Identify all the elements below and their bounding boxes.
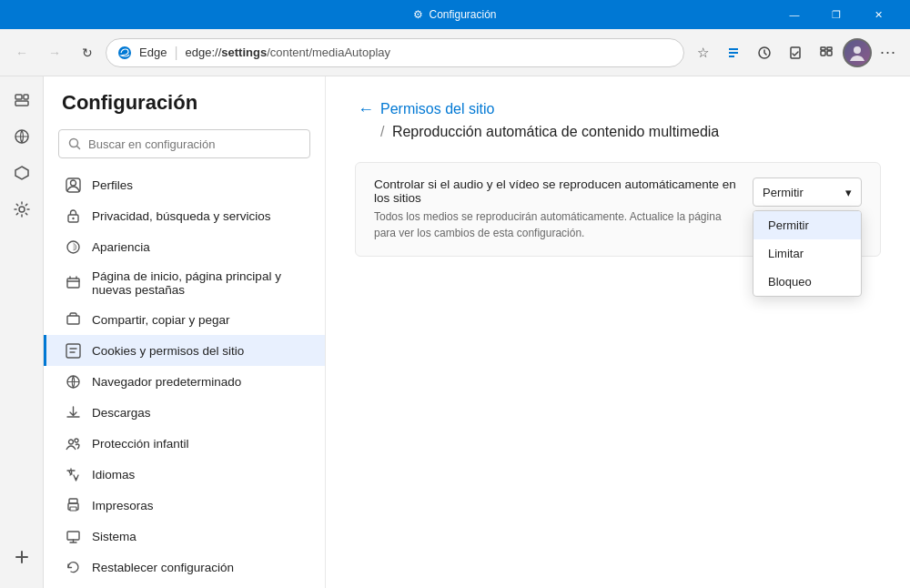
edge-logo-icon [117, 46, 132, 60]
titlebar-settings-icon: ⚙ [413, 8, 423, 21]
nav-label-idiomas: Idiomas [92, 468, 135, 482]
extensions-icon-button[interactable] [812, 38, 841, 67]
sidebar-item-proteccion[interactable]: Protección infantil [44, 428, 325, 459]
more-options-button[interactable]: ··· [874, 38, 903, 67]
sidebar-item-cookies[interactable]: Cookies y permisos del sitio [44, 335, 325, 366]
nav-icon-idiomas [65, 466, 81, 482]
nav-label-proteccion: Protección infantil [92, 437, 189, 451]
breadcrumb-back-button[interactable]: ← [355, 98, 377, 120]
sidebar-item-idiomas[interactable]: Idiomas [44, 459, 325, 490]
sidebar-item-navegador[interactable]: Navegador predeterminado [44, 366, 325, 397]
fav-icon-button[interactable] [781, 38, 810, 67]
dropdown-option-permitir[interactable]: Permitir [753, 211, 861, 239]
sidebar-icon-settings[interactable] [5, 193, 38, 226]
svg-rect-10 [24, 95, 28, 99]
nav-label-impresoras: Impresoras [92, 499, 154, 512]
svg-rect-4 [827, 51, 832, 56]
toolbar-icons: ☆ ··· [688, 38, 903, 67]
svg-rect-20 [67, 316, 79, 324]
nav-icon-inicio [65, 275, 81, 291]
address-url-bold: edge://settings/content/mediaAutoplay [186, 46, 390, 59]
nav-icon-sistema [65, 528, 81, 544]
nav-label-inicio: Página de inicio, página principal y nue… [92, 269, 307, 297]
nav-label-descargas: Descargas [92, 406, 151, 420]
sidebar-icon-tabs[interactable] [5, 84, 38, 117]
autoplay-dropdown-menu: PermitirLimitarBloqueo [753, 210, 862, 297]
titlebar-title-text: Configuración [429, 8, 496, 21]
address-edge-label: Edge [139, 46, 167, 59]
sidebar-item-telefono[interactable]: Teléfono y otros dispositivos [44, 583, 325, 588]
breadcrumb-link[interactable]: Permisos del sitio [380, 101, 494, 117]
content-area: ← Permisos del sitio / Reproducción auto… [326, 76, 910, 588]
addressbar: ← → ↻ Edge | edge://settings/content/med… [0, 29, 910, 76]
page-subtitle: / Reproducción automática de contenido m… [355, 124, 881, 140]
sidebar-icon-add[interactable] [5, 541, 38, 573]
nav-icon-perfiles [65, 177, 81, 193]
sidebar-icon-workspaces[interactable] [5, 157, 38, 189]
setting-card: Controlar si el audio y el vídeo se repr… [355, 162, 881, 257]
svg-point-23 [68, 440, 73, 444]
address-url-rest: /content/mediaAutoplay [267, 46, 390, 59]
star-icon-button[interactable]: ☆ [688, 38, 717, 67]
collection-icon-button[interactable] [719, 38, 748, 67]
sidebar-item-compartir[interactable]: Compartir, copiar y pegar [44, 304, 325, 335]
svg-point-12 [19, 207, 25, 212]
profile-avatar-button[interactable] [843, 38, 872, 67]
address-bar[interactable]: Edge | edge://settings/content/mediaAuto… [106, 38, 684, 67]
dropdown-option-limitar[interactable]: Limitar [753, 239, 861, 268]
settings-search-box[interactable] [58, 129, 310, 158]
nav-label-sistema: Sistema [92, 530, 136, 543]
sidebar-item-apariencia[interactable]: Apariencia [44, 231, 325, 262]
svg-rect-6 [827, 47, 832, 50]
sidebar-icon-strip [0, 76, 44, 588]
address-divider: | [174, 45, 177, 61]
sidebar-item-perfiles[interactable]: Perfiles [44, 169, 325, 200]
nav-icon-proteccion [65, 435, 81, 451]
sidebar-item-restablecer[interactable]: Restablecer configuración [44, 552, 325, 583]
back-button[interactable]: ← [7, 38, 36, 67]
autoplay-dropdown-button[interactable]: Permitir ▾ [753, 177, 862, 207]
sidebar-item-descargas[interactable]: Descargas [44, 397, 325, 428]
forward-button[interactable]: → [40, 38, 69, 67]
sidebar-item-inicio[interactable]: Página de inicio, página principal y nue… [44, 262, 325, 304]
nav-icon-apariencia [65, 238, 81, 255]
svg-rect-3 [821, 51, 825, 56]
close-button[interactable]: ✕ [857, 0, 899, 29]
svg-point-7 [854, 46, 861, 54]
sidebar-item-sistema[interactable]: Sistema [44, 521, 325, 552]
nav-icon-impresoras [65, 497, 81, 513]
svg-rect-8 [15, 95, 22, 99]
settings-page-title: Configuración [44, 91, 325, 129]
search-input[interactable] [88, 137, 300, 151]
nav-label-compartir: Compartir, copiar y pegar [92, 313, 230, 327]
nav-icon-cookies [65, 342, 81, 359]
refresh-button[interactable]: ↻ [73, 38, 102, 67]
nav-icon-privacidad [65, 208, 81, 224]
page-subtitle-text: Reproducción automática de contenido mul… [392, 124, 719, 139]
sidebar-icon-translate[interactable] [5, 120, 38, 153]
history-icon-button[interactable] [750, 38, 779, 67]
maximize-button[interactable]: ❐ [815, 0, 857, 29]
dropdown-option-bloqueo[interactable]: Bloqueo [753, 268, 861, 296]
search-icon [68, 137, 81, 150]
sidebar-item-privacidad[interactable]: Privacidad, búsqueda y servicios [44, 200, 325, 231]
titlebar-controls: — ❐ ✕ [774, 0, 899, 29]
svg-point-14 [70, 180, 76, 186]
nav-items-list: PerfilesPrivacidad, búsqueda y servicios… [44, 169, 325, 588]
setting-row: Controlar si el audio y el vídeo se repr… [374, 177, 862, 241]
settings-nav: Configuración PerfilesPrivacidad, búsque… [44, 76, 326, 588]
setting-label: Controlar si el audio y el vídeo se repr… [374, 177, 738, 205]
nav-icon-compartir [65, 311, 81, 328]
svg-rect-27 [70, 507, 76, 511]
sidebar-item-impresoras[interactable]: Impresoras [44, 490, 325, 521]
svg-rect-21 [66, 344, 80, 358]
nav-label-apariencia: Apariencia [92, 240, 150, 254]
svg-point-0 [118, 46, 131, 59]
autoplay-dropdown-wrap: Permitir ▾ PermitirLimitarBloqueo [753, 177, 862, 207]
nav-icon-descargas [65, 404, 81, 421]
minimize-button[interactable]: — [774, 0, 815, 29]
main-layout: Configuración PerfilesPrivacidad, búsque… [0, 76, 910, 588]
dropdown-current-value: Permitir [763, 186, 804, 199]
svg-rect-5 [821, 47, 825, 50]
nav-label-cookies: Cookies y permisos del sitio [92, 344, 244, 358]
